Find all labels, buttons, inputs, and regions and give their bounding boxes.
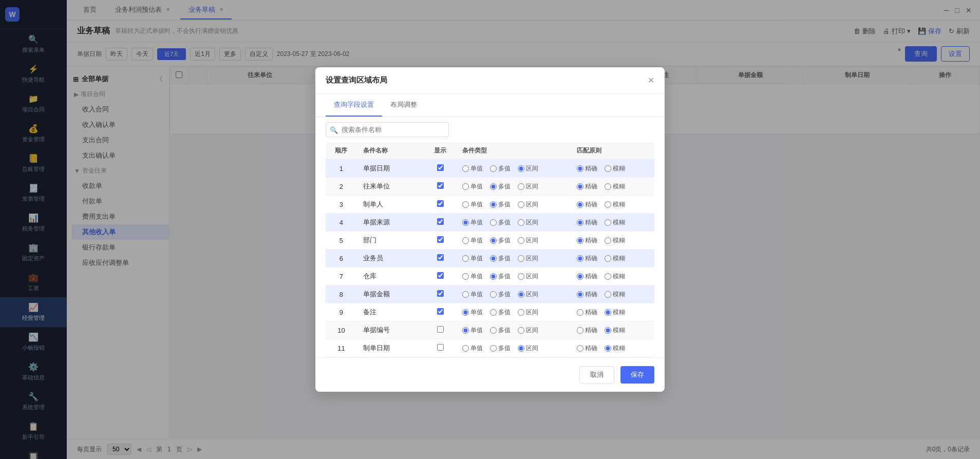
radio-type_single[interactable]: [462, 165, 469, 172]
radio-label-type_range[interactable]: 区间: [518, 236, 538, 245]
radio-label-type_multi[interactable]: 多值: [490, 254, 511, 263]
radio-match_fuzzy[interactable]: [605, 219, 611, 226]
radio-type_range[interactable]: [518, 255, 524, 262]
radio-match_fuzzy[interactable]: [605, 237, 611, 244]
radio-label-match_fuzzy[interactable]: 模糊: [605, 326, 625, 335]
radio-type_single[interactable]: [462, 255, 469, 262]
radio-type_single[interactable]: [462, 327, 469, 334]
radio-label-type_range[interactable]: 区间: [518, 218, 538, 227]
radio-label-type_multi[interactable]: 多值: [490, 272, 511, 281]
radio-label-match_fuzzy[interactable]: 模糊: [605, 254, 625, 263]
radio-label-type_range[interactable]: 区间: [518, 182, 538, 191]
modal-search-input[interactable]: [326, 122, 449, 137]
radio-type_multi[interactable]: [490, 183, 497, 190]
radio-match_exact[interactable]: [577, 201, 583, 208]
modal-tab-layout[interactable]: 布局调整: [382, 94, 425, 117]
radio-label-type_range[interactable]: 区间: [518, 164, 538, 173]
radio-match_fuzzy[interactable]: [605, 255, 611, 262]
radio-type_multi[interactable]: [490, 201, 497, 208]
radio-match_fuzzy[interactable]: [605, 309, 611, 316]
radio-match_exact[interactable]: [577, 291, 583, 298]
radio-type_single[interactable]: [462, 237, 469, 244]
radio-label-type_multi[interactable]: 多值: [490, 344, 511, 353]
save-modal-button[interactable]: 保存: [620, 366, 654, 384]
radio-type_range[interactable]: [518, 309, 524, 316]
modal-overlay[interactable]: 设置查询区域布局 ✕ 查询字段设置 布局调整 🔍: [0, 0, 980, 459]
radio-label-match_exact[interactable]: 精确: [577, 254, 597, 263]
radio-type_single[interactable]: [462, 273, 469, 280]
radio-label-type_multi[interactable]: 多值: [490, 326, 511, 335]
radio-match_exact[interactable]: [577, 327, 583, 334]
visible-checkbox[interactable]: [437, 164, 444, 171]
visible-checkbox[interactable]: [437, 290, 444, 297]
visible-checkbox[interactable]: [437, 218, 444, 225]
radio-match_exact[interactable]: [577, 345, 583, 352]
radio-label-type_single[interactable]: 单值: [462, 236, 483, 245]
radio-match_fuzzy[interactable]: [605, 165, 611, 172]
radio-label-type_range[interactable]: 区间: [518, 344, 538, 353]
visible-checkbox[interactable]: [437, 254, 444, 261]
radio-label-type_single[interactable]: 单值: [462, 290, 483, 299]
radio-label-match_fuzzy[interactable]: 模糊: [605, 272, 625, 281]
radio-label-match_fuzzy[interactable]: 模糊: [605, 308, 625, 317]
radio-label-type_single[interactable]: 单值: [462, 164, 483, 173]
visible-checkbox[interactable]: [437, 182, 444, 189]
modal-tab-query[interactable]: 查询字段设置: [326, 94, 382, 117]
radio-match_exact[interactable]: [577, 273, 583, 280]
radio-label-type_multi[interactable]: 多值: [490, 218, 511, 227]
radio-label-type_range[interactable]: 区间: [518, 290, 538, 299]
cancel-button[interactable]: 取消: [579, 366, 614, 384]
radio-label-match_exact[interactable]: 精确: [577, 164, 597, 173]
radio-type_range[interactable]: [518, 201, 524, 208]
visible-checkbox[interactable]: [437, 344, 444, 351]
radio-type_single[interactable]: [462, 345, 469, 352]
radio-type_multi[interactable]: [490, 273, 497, 280]
radio-label-match_fuzzy[interactable]: 模糊: [605, 164, 625, 173]
radio-match_exact[interactable]: [577, 255, 583, 262]
radio-type_range[interactable]: [518, 165, 524, 172]
radio-label-match_fuzzy[interactable]: 模糊: [605, 182, 625, 191]
radio-label-type_multi[interactable]: 多值: [490, 164, 511, 173]
radio-label-match_fuzzy[interactable]: 模糊: [605, 344, 625, 353]
radio-label-type_single[interactable]: 单值: [462, 272, 483, 281]
radio-match_fuzzy[interactable]: [605, 291, 611, 298]
radio-label-type_multi[interactable]: 多值: [490, 308, 511, 317]
radio-type_multi[interactable]: [490, 345, 497, 352]
radio-label-type_range[interactable]: 区间: [518, 308, 538, 317]
radio-label-type_range[interactable]: 区间: [518, 200, 538, 209]
visible-checkbox[interactable]: [437, 308, 444, 315]
radio-match_fuzzy[interactable]: [605, 183, 611, 190]
radio-label-type_range[interactable]: 区间: [518, 254, 538, 263]
radio-label-type_single[interactable]: 单值: [462, 344, 483, 353]
radio-label-match_exact[interactable]: 精确: [577, 272, 597, 281]
radio-type_single[interactable]: [462, 309, 469, 316]
visible-checkbox[interactable]: [437, 272, 444, 279]
radio-match_exact[interactable]: [577, 309, 583, 316]
radio-label-type_single[interactable]: 单值: [462, 308, 483, 317]
radio-type_multi[interactable]: [490, 291, 497, 298]
radio-label-match_exact[interactable]: 精确: [577, 290, 597, 299]
radio-label-type_multi[interactable]: 多值: [490, 290, 511, 299]
radio-type_range[interactable]: [518, 291, 524, 298]
radio-type_multi[interactable]: [490, 255, 497, 262]
radio-label-type_single[interactable]: 单值: [462, 218, 483, 227]
radio-label-match_exact[interactable]: 精确: [577, 218, 597, 227]
radio-label-type_multi[interactable]: 多值: [490, 200, 511, 209]
radio-match_fuzzy[interactable]: [605, 345, 611, 352]
radio-match_exact[interactable]: [577, 237, 583, 244]
radio-label-match_fuzzy[interactable]: 模糊: [605, 236, 625, 245]
radio-match_exact[interactable]: [577, 183, 583, 190]
radio-label-match_exact[interactable]: 精确: [577, 326, 597, 335]
radio-label-match_exact[interactable]: 精确: [577, 308, 597, 317]
radio-label-match_fuzzy[interactable]: 模糊: [605, 200, 625, 209]
radio-label-type_multi[interactable]: 多值: [490, 236, 511, 245]
radio-label-match_exact[interactable]: 精确: [577, 236, 597, 245]
visible-checkbox[interactable]: [437, 236, 444, 243]
radio-type_range[interactable]: [518, 345, 524, 352]
radio-label-match_exact[interactable]: 精确: [577, 182, 597, 191]
radio-label-type_single[interactable]: 单值: [462, 326, 483, 335]
radio-label-type_range[interactable]: 区间: [518, 326, 538, 335]
radio-type_range[interactable]: [518, 273, 524, 280]
radio-label-match_exact[interactable]: 精确: [577, 344, 597, 353]
radio-match_fuzzy[interactable]: [605, 273, 611, 280]
